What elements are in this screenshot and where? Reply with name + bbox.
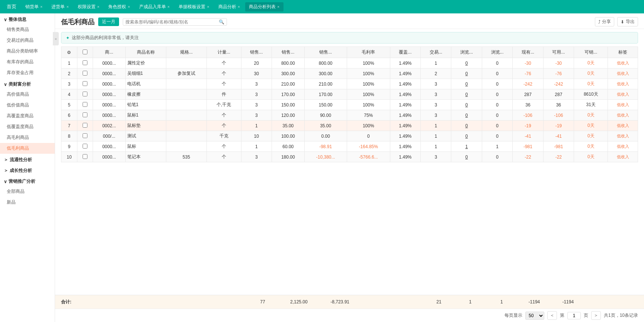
row-select-checkbox[interactable] (83, 123, 87, 128)
row-select-checkbox[interactable] (83, 81, 87, 86)
row-browse1[interactable]: 1 (451, 141, 482, 152)
close-sales-tab[interactable]: × (40, 4, 42, 9)
row-select-checkbox[interactable] (83, 102, 87, 107)
browse-link[interactable]: 0 (465, 61, 468, 66)
chevron-down-icon-3: ∨ (4, 179, 7, 184)
browse-link[interactable]: 0 (465, 154, 468, 160)
row-select-checkbox[interactable] (83, 144, 87, 149)
current-page-input[interactable] (567, 312, 581, 319)
row-checkbox[interactable] (77, 121, 93, 131)
sidebar-item-all-goods[interactable]: 全部商品 (0, 186, 55, 197)
row-select-checkbox[interactable] (83, 133, 87, 138)
select-all-checkbox[interactable] (83, 50, 87, 54)
sidebar-item-high-coverage[interactable]: 高覆盖度商品 (0, 111, 55, 121)
row-checkbox[interactable] (77, 141, 93, 152)
sidebar-item-high-value[interactable]: 高价值商品 (0, 89, 55, 100)
row-name[interactable]: 电话机 (125, 79, 166, 89)
group-circulation[interactable]: ＞ 流通性分析 (0, 154, 55, 165)
row-name[interactable]: 鼠标垫 (125, 121, 166, 131)
per-page-select[interactable]: 50 20 100 (525, 312, 544, 320)
prev-page-btn[interactable]: ＜ (547, 311, 557, 320)
sidebar-collapse-btn[interactable]: « (53, 32, 59, 45)
sidebar-item-stock-capital[interactable]: 库存资金占用 (0, 67, 55, 78)
row-browse1[interactable]: 0 (451, 68, 482, 79)
close-role-tab[interactable]: × (128, 4, 130, 9)
close-list-tab[interactable]: × (277, 4, 279, 9)
row-name[interactable]: 鼠标1 (125, 110, 166, 121)
close-template-tab[interactable]: × (207, 4, 209, 9)
close-product-entry-tab[interactable]: × (167, 4, 170, 9)
group-growth[interactable]: ＞ 成长性分析 (0, 165, 55, 175)
settings-icon[interactable]: ⚙ (67, 50, 71, 55)
row-no: 9 (61, 141, 77, 152)
search-icon[interactable]: 🔍 (219, 19, 224, 25)
row-name[interactable]: 鼠标 (125, 141, 166, 152)
row-checkbox[interactable] (77, 100, 93, 110)
nav-role[interactable]: 角色授权× (105, 2, 134, 12)
export-button[interactable]: ⬇ 导出 (617, 17, 638, 26)
row-browse1[interactable]: 0 (451, 79, 482, 89)
next-page-btn[interactable]: ＞ (591, 311, 601, 320)
row-select-checkbox[interactable] (83, 154, 87, 159)
search-input[interactable] (125, 19, 219, 25)
sidebar-item-stock-goods[interactable]: 有库存的商品 (0, 57, 55, 67)
row-browse1[interactable]: 0 (451, 89, 482, 100)
nav-permission[interactable]: 权限设置× (74, 2, 103, 12)
row-name[interactable]: 属性定价 (125, 58, 166, 68)
nav-purchase[interactable]: 进货单× (48, 2, 72, 12)
close-purchase-tab[interactable]: × (66, 4, 68, 9)
sidebar-item-traded-goods[interactable]: 交易过的商品 (0, 35, 55, 46)
close-permission-tab[interactable]: × (97, 4, 99, 9)
browse-link[interactable]: 0 (465, 113, 468, 118)
browse-link[interactable]: 1 (465, 144, 468, 149)
row-checkbox[interactable] (77, 152, 93, 162)
sidebar-item-low-coverage[interactable]: 低覆盖度商品 (0, 121, 55, 132)
browse-link[interactable]: 0 (465, 92, 468, 97)
row-select-checkbox[interactable] (83, 92, 87, 96)
row-checkbox[interactable] (77, 89, 93, 100)
row-checkbox[interactable] (77, 79, 93, 89)
close-product-analysis-tab[interactable]: × (238, 4, 240, 9)
sidebar-item-sales-goods[interactable]: 销售类商品 (0, 24, 55, 35)
col-checkbox[interactable] (77, 47, 93, 58)
row-browse1[interactable]: 0 (451, 121, 482, 131)
browse-link[interactable]: 0 (465, 134, 468, 139)
row-browse1[interactable]: 0 (451, 58, 482, 68)
period-button[interactable]: 近一月 (98, 17, 119, 26)
row-name[interactable]: 吴细细1 (125, 68, 166, 79)
row-checkbox[interactable] (77, 68, 93, 79)
browse-link[interactable]: 0 (465, 71, 468, 76)
row-name[interactable]: 笔记本 (125, 152, 166, 162)
row-name[interactable]: 橡皮擦 (125, 89, 166, 100)
browse-link[interactable]: 0 (465, 102, 468, 108)
row-browse1[interactable]: 0 (451, 100, 482, 110)
browse-link[interactable]: 0 (465, 82, 468, 87)
browse-link[interactable]: 0 (465, 123, 468, 128)
row-checkbox[interactable] (77, 131, 93, 141)
sidebar-item-category-rate[interactable]: 商品分类助销率 (0, 46, 55, 57)
row-browse1[interactable]: 0 (451, 131, 482, 141)
sidebar-item-low-value[interactable]: 低价值商品 (0, 100, 55, 111)
row-spec (166, 141, 206, 152)
col-settings[interactable]: ⚙ (61, 47, 77, 58)
row-select-checkbox[interactable] (83, 71, 87, 76)
row-checkbox[interactable] (77, 58, 93, 68)
sidebar-item-low-margin[interactable]: 低毛利商品 (0, 143, 55, 154)
row-browse1[interactable]: 0 (451, 110, 482, 121)
row-checkbox[interactable] (77, 110, 93, 121)
nav-product-entry[interactable]: 产成品入库单× (135, 2, 173, 12)
nav-template[interactable]: 单据模板设置× (175, 2, 213, 12)
row-name[interactable]: 铅笔1 (125, 100, 166, 110)
nav-home[interactable]: 首页 (3, 2, 20, 12)
col-browse2: 浏览... (482, 47, 512, 58)
nav-product-analysis-list[interactable]: 商品分析列表× (245, 2, 283, 12)
row-select-checkbox[interactable] (83, 60, 87, 65)
nav-sales[interactable]: 销货单× (22, 2, 46, 12)
share-button[interactable]: ⤴ 分享 (595, 17, 614, 26)
sidebar-item-new-goods[interactable]: 新品 (0, 197, 55, 208)
nav-product-analysis[interactable]: 商品分析× (215, 2, 244, 12)
row-select-checkbox[interactable] (83, 112, 87, 117)
row-name[interactable]: 测试 (125, 131, 166, 141)
sidebar-item-high-margin[interactable]: 高毛利商品 (0, 132, 55, 143)
row-browse1[interactable]: 0 (451, 152, 482, 162)
